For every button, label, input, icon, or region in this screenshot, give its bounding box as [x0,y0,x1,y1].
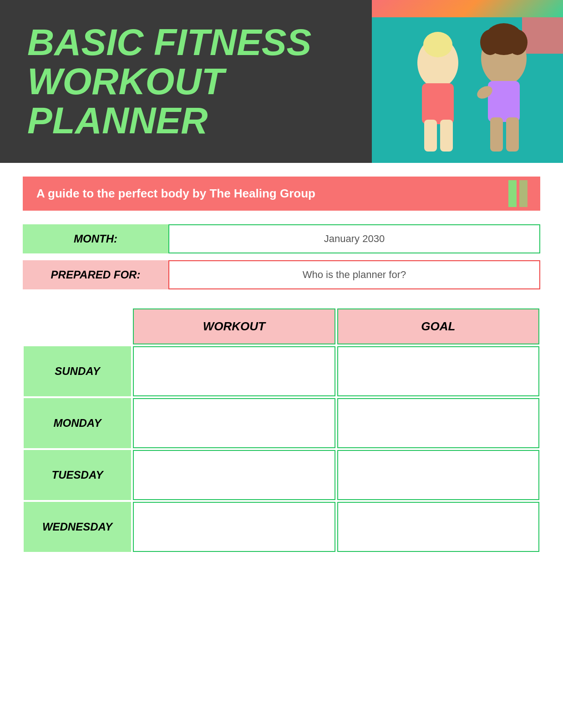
svg-point-12 [507,30,527,55]
header-photo [372,0,563,163]
month-label: MONTH: [23,224,168,253]
table-header-empty [23,308,132,345]
month-row: MONTH: January 2030 [23,224,540,253]
subtitle-banner: A guide to the perfect body by The Heali… [23,177,540,211]
monday-workout-cell[interactable] [133,398,335,448]
svg-point-11 [480,30,500,55]
svg-rect-13 [488,81,520,122]
subtitle-text: A guide to the perfect body by The Heali… [36,187,315,201]
sunday-workout-cell[interactable] [133,346,335,396]
workout-col-header: WORKOUT [133,308,335,344]
title-line3: PLANNER [27,100,208,141]
goal-col-header: GOAL [337,308,540,344]
header-title: BASIC FITNESS WORKOUT PLANNER [27,23,311,140]
wednesday-workout-cell[interactable] [133,502,335,552]
banner-accent [504,177,540,211]
prepared-row: PREPARED FOR: Who is the planner for? [23,260,540,289]
header-section: BASIC FITNESS WORKOUT PLANNER [0,0,563,163]
workout-table: WORKOUT GOAL SUNDAY MONDAY TUESDAY WEDNE… [23,308,540,553]
monday-goal-cell[interactable] [337,398,540,448]
svg-rect-5 [422,83,454,124]
sunday-goal-cell[interactable] [337,346,540,396]
tuesday-goal-cell[interactable] [337,450,540,500]
svg-rect-1 [522,17,563,54]
prepared-value[interactable]: Who is the planner for? [168,260,540,289]
wednesday-goal-cell[interactable] [337,502,540,552]
title-line1: BASIC FITNESS [27,21,311,63]
svg-rect-15 [506,117,519,152]
month-value[interactable]: January 2030 [168,224,540,253]
accent-bar-1 [508,180,517,207]
sunday-label: SUNDAY [24,346,131,396]
svg-rect-7 [440,120,453,152]
svg-rect-6 [424,120,437,152]
prepared-label: PREPARED FOR: [23,260,168,289]
accent-bar-2 [519,180,527,207]
svg-rect-14 [490,117,503,152]
header-text-area: BASIC FITNESS WORKOUT PLANNER [0,0,372,163]
monday-label: MONDAY [24,398,131,448]
wednesday-label: WEDNESDAY [24,502,131,552]
header-figures-svg [372,17,563,163]
title-line2: WORKOUT [27,61,224,102]
svg-point-4 [423,32,452,57]
workout-table-section: WORKOUT GOAL SUNDAY MONDAY TUESDAY WEDNE… [23,308,540,553]
info-section: MONTH: January 2030 PREPARED FOR: Who is… [23,224,540,289]
tuesday-label: TUESDAY [24,450,131,500]
tuesday-workout-cell[interactable] [133,450,335,500]
header-image [372,0,563,163]
